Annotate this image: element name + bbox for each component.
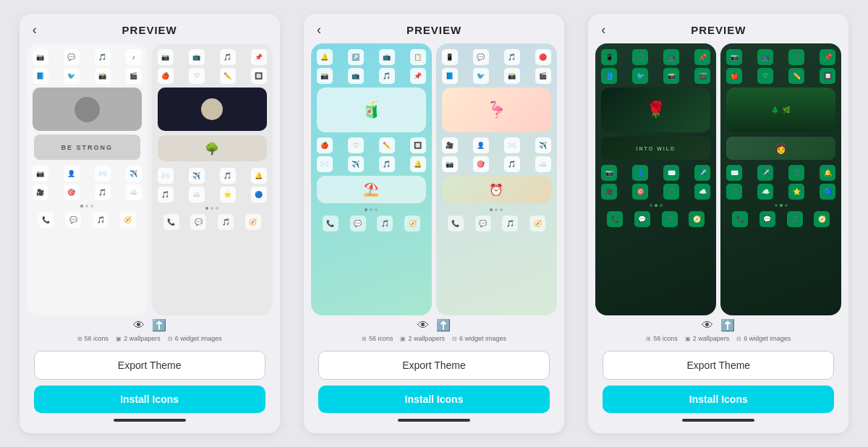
icon-cell: 🎵: [788, 165, 804, 181]
widgets-count: 6 widget images: [459, 335, 506, 342]
icons-stat-icon: ⊞: [646, 336, 651, 342]
rose-widget: 🌹: [601, 88, 710, 132]
icon-cell: 🎵: [95, 184, 111, 200]
screen-3-right: 📷 📺 🎵 📌 🍎 ♡ ✏️ 🔲 🌲 🌿 👩: [720, 43, 841, 315]
dock-icon: 🧭: [529, 216, 545, 231]
icon-cell: 🎵: [220, 49, 236, 65]
export-theme-button[interactable]: Export Theme: [603, 351, 834, 380]
dock-icon: 🧭: [689, 211, 705, 227]
icon-cell: ✏️: [220, 68, 236, 84]
tree-widget: 🌳: [158, 135, 267, 161]
wallpapers-stat-icon: ▣: [685, 336, 691, 342]
icon-cell: ✉️: [317, 156, 333, 172]
panel-grayscale: ‹ PREVIEW 📷 💬 🎵 ♪ 📘 🐦 📸 🎬: [20, 14, 280, 433]
icon-cell: 🍎: [317, 137, 333, 153]
icon-cell: 📷: [33, 166, 48, 182]
icon-cell: ✉️: [663, 165, 679, 181]
install-icons-button[interactable]: Install Icons: [34, 386, 265, 413]
screen-1-left: 📷 💬 🎵 ♪ 📘 🐦 📸 🎬 BE STRONG 📷: [27, 43, 148, 315]
panel-1-stats: ⊞ 56 icons ▣ 2 wallpapers ⊟ 6 widget ima…: [70, 332, 229, 342]
clock-widget: ⏰: [442, 176, 551, 203]
screen-2-left: 🔔 ↗️ 📺 📋 📸 📺 🎵 📌 🧃 🍎 ♡ ✏️ 🔲: [311, 43, 432, 315]
dock-row: 📞 💬 🎵 🧭: [723, 208, 838, 229]
dock-icon: 📞: [38, 212, 54, 228]
panel-colorful: ‹ PREVIEW 🔔 ↗️ 📺 📋 📸 📺 🎵 📌 🧃: [304, 14, 564, 433]
dock-icon: 📞: [607, 211, 623, 227]
icon-cell: ✉️: [504, 137, 520, 153]
dock-row: 📞 💬 🎵 🧭: [314, 213, 429, 233]
portrait-widget: [33, 88, 142, 131]
icon-cell: ♪: [126, 49, 142, 65]
wallpapers-count: 2 wallpapers: [693, 335, 730, 342]
icon-cell: ✈️: [757, 165, 773, 181]
icon-cell: 🎵: [95, 49, 111, 65]
dock-icon: 🎵: [377, 216, 393, 231]
dock-icon: 📞: [323, 216, 339, 231]
icon-cell: 📸: [317, 68, 333, 84]
icon-cell: 🎥: [601, 184, 617, 200]
back-icon[interactable]: ‹: [317, 22, 321, 38]
icon-cell: 📌: [820, 49, 835, 65]
icon-cell: 🎵: [663, 184, 679, 200]
icon-cell: 🎵: [504, 156, 520, 172]
icon-cell: 👤: [632, 165, 648, 181]
dock-icon: 🎵: [502, 216, 518, 231]
icon-cell: 📘: [601, 68, 617, 84]
install-icons-button[interactable]: Install Icons: [603, 386, 834, 413]
icon-cell: 🎵: [632, 49, 648, 65]
share-icon[interactable]: ⬆️: [152, 318, 166, 332]
icon-cell: ☁️: [126, 184, 142, 200]
icon-cell: 🐦: [632, 68, 648, 84]
icon-cell: 🎵: [726, 184, 742, 200]
export-theme-button[interactable]: Export Theme: [34, 351, 265, 380]
panel-2-screens: 🔔 ↗️ 📺 📋 📸 📺 🎵 📌 🧃 🍎 ♡ ✏️ 🔲: [304, 43, 564, 315]
panel-1-screens: 📷 💬 🎵 ♪ 📘 🐦 📸 🎬 BE STRONG 📷: [20, 43, 280, 315]
eye-icon[interactable]: 👁: [702, 319, 713, 332]
screen-2-right: 📱 💬 🎵 🔴 📘 🐦 📸 🎬 🦩 🎥 👤 ✉️ ✈: [436, 43, 557, 315]
icon-cell: 📌: [694, 49, 710, 65]
icon-cell: 📱: [442, 49, 458, 65]
share-icon[interactable]: ⬆️: [436, 318, 451, 332]
panel-3-screens: 📱 🎵 📺 📌 📘 🐦 📸 🎬 🌹 INTO WILD 📷 👤: [588, 43, 848, 315]
panel-3-title: PREVIEW: [691, 24, 746, 36]
install-icons-button[interactable]: Install Icons: [318, 386, 550, 413]
back-icon[interactable]: ‹: [33, 22, 37, 38]
back-icon[interactable]: ‹: [601, 22, 605, 38]
panel-3-actions: 👁 ⬆️: [687, 315, 749, 332]
icon-cell: ✉️: [95, 166, 111, 182]
icon-cell: 🎵: [504, 49, 520, 65]
icon-cell: 🔴: [535, 49, 551, 65]
panel-2-header: ‹ PREVIEW: [304, 14, 564, 43]
screen-3-left: 📱 🎵 📺 📌 📘 🐦 📸 🎬 🌹 INTO WILD 📷 👤: [595, 43, 716, 315]
icon-cell: 🎵: [788, 49, 804, 65]
icon-cell: ✈️: [694, 165, 710, 181]
icon-cell: 🐦: [64, 68, 80, 84]
icon-cell: 📷: [158, 49, 174, 65]
icon-cell: 📺: [379, 49, 395, 65]
share-icon[interactable]: ⬆️: [720, 318, 735, 332]
eye-icon[interactable]: 👁: [133, 319, 145, 332]
icon-cell: 📷: [442, 156, 458, 172]
dock-icon: 🧭: [814, 211, 830, 227]
icon-cell: 🍎: [158, 68, 174, 84]
icon-cell: 🎵: [158, 187, 174, 203]
icon-cell: 🎥: [442, 137, 458, 153]
icon-cell: ♡: [189, 68, 205, 84]
icon-cell: ✏️: [379, 137, 395, 153]
icon-cell: 🎬: [535, 68, 551, 84]
icon-cell: 👤: [473, 137, 489, 153]
dots-indicator: [439, 205, 554, 213]
dock-row: 📞 💬 🎵 🧭: [439, 213, 554, 233]
icon-cell: 📺: [663, 49, 679, 65]
icon-cell: 🎵: [220, 168, 236, 184]
eye-icon[interactable]: 👁: [417, 319, 429, 332]
widgets-stat-icon: ⊟: [736, 336, 741, 342]
icon-cell: 📺: [757, 49, 773, 65]
icon-cell: 🔔: [317, 49, 333, 65]
panel-2-actions: 👁 ⬆️: [403, 315, 465, 332]
dots-indicator: [598, 201, 713, 208]
export-theme-button[interactable]: Export Theme: [318, 351, 550, 380]
icon-cell: 🔔: [410, 156, 426, 172]
home-indicator: [682, 419, 754, 422]
icon-cell: ⭐: [220, 187, 236, 203]
